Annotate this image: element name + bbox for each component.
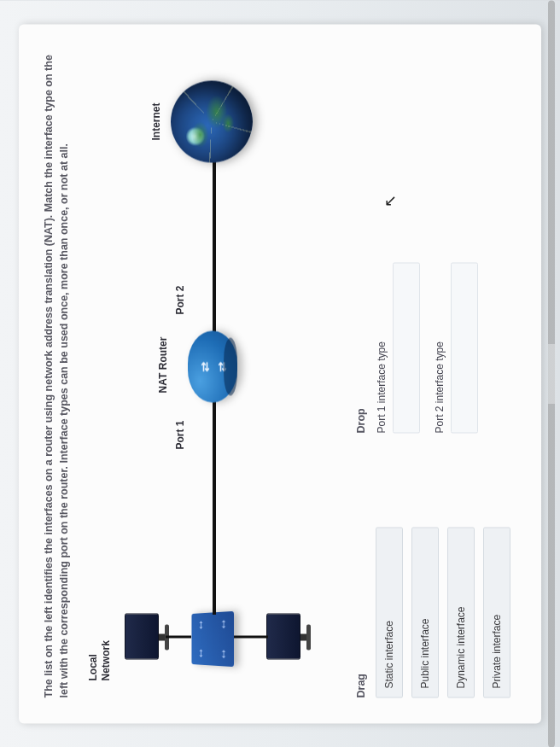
drop-header: Drop [355,262,367,433]
scrollbar-horizontal[interactable] [548,0,555,747]
drop-label: Port 2 interface type [434,262,446,433]
drop-slot-port2[interactable] [451,262,478,433]
port1-label: Port 1 [174,409,186,460]
connector-line [166,635,191,638]
drop-label: Port 1 interface type [376,262,388,433]
drag-item-static-interface[interactable]: Static interface [376,527,403,697]
router-icon: ⇄⇄ [188,330,237,402]
network-diagram: Local Network ↔↔ ↔↔ NAT Router Port 1 Po… [87,50,343,697]
question-card: The list on the left identifies the inte… [19,24,541,723]
drag-header: Drag [355,527,367,697]
drag-item-public-interface[interactable]: Public interface [411,527,439,697]
pc-icon [266,615,311,659]
question-instructions: The list on the left identifies the inte… [41,50,72,697]
switch-icon: ↔↔ ↔↔ [192,610,235,666]
connector-line [213,153,216,332]
internet-icon [171,74,253,168]
router-label: NAT Router [157,313,169,416]
drop-target-port1: Port 1 interface type [376,262,420,433]
connector-line [213,400,216,614]
drag-item-dynamic-interface[interactable]: Dynamic interface [447,527,475,697]
drag-item-private-interface[interactable]: Private interface [483,527,510,697]
cursor-icon: ↖ [381,194,400,207]
drop-target-port2: Port 2 interface type [434,262,478,433]
internet-label: Internet [150,83,162,160]
port2-label: Port 2 [174,274,186,325]
pc-icon [125,615,169,659]
drop-slot-port1[interactable] [393,262,420,433]
drag-column: Drag Static interface Public interface D… [355,527,519,697]
local-network-label: Local Network [87,604,112,680]
connector-line [234,635,268,638]
drop-column: ↖ Drop Port 1 interface type Port 2 inte… [355,262,519,433]
